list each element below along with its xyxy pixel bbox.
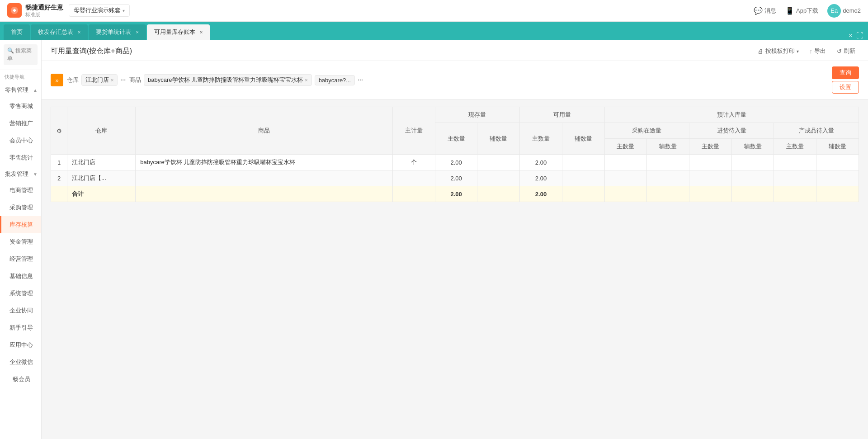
total-label: 合计 bbox=[67, 186, 136, 202]
row-available-aux-qty bbox=[562, 155, 604, 170]
export-label: 导出 bbox=[814, 47, 826, 55]
total-goods-aux bbox=[731, 186, 774, 202]
sidebar-enterprise-label: 企业协同 bbox=[9, 307, 33, 315]
tab-close-available-stock[interactable]: × bbox=[200, 29, 203, 35]
export-button[interactable]: ↑ 导出 bbox=[806, 45, 830, 57]
row-main-unit bbox=[393, 170, 435, 186]
sidebar-item-purchase-mgmt[interactable]: 采购管理 bbox=[0, 199, 41, 216]
total-product-empty bbox=[136, 186, 393, 202]
sidebar-item-retail-mgmt[interactable]: 零售管理 ▲ bbox=[0, 82, 41, 98]
warehouse-more-icon[interactable]: ··· bbox=[120, 76, 126, 84]
print-by-template-button[interactable]: 🖨 按模板打印 ▾ bbox=[754, 45, 802, 57]
user-profile[interactable]: Ea demo2 bbox=[827, 4, 861, 18]
top-bar-right: 💬 消息 📱 App下载 Ea demo2 bbox=[754, 4, 861, 18]
sidebar-item-retail-mgmt-label: 零售管理 bbox=[5, 86, 28, 94]
sidebar-item-basic-info[interactable]: 基础信息 bbox=[0, 268, 41, 285]
quick-nav-label: 快捷导航 bbox=[0, 70, 41, 82]
tab-available-stock[interactable]: 可用量库存账本 × bbox=[147, 24, 210, 40]
sidebar-item-wholesale-mgmt[interactable]: 批发管理 ▼ bbox=[0, 166, 41, 182]
chevron-up-icon: ▲ bbox=[33, 88, 38, 93]
refresh-label: 刷新 bbox=[844, 47, 855, 55]
row-available-main-qty: 2.00 bbox=[520, 155, 562, 170]
col-available-aux-qty: 辅数量 bbox=[562, 123, 604, 155]
sidebar-item-vip-member[interactable]: 畅会员 bbox=[0, 371, 41, 388]
product-filter-tag1[interactable]: babycare学饮杯 儿童防摔防撞吸管杯重力球吸嘴杯宝宝水杯 × bbox=[144, 74, 312, 86]
product-tag1-value: babycare学饮杯 儿童防摔防撞吸管杯重力球吸嘴杯宝宝水杯 bbox=[148, 76, 303, 84]
sidebar-purchase-mgmt-label: 采购管理 bbox=[9, 203, 33, 212]
sidebar-item-sys-mgmt[interactable]: 系统管理 bbox=[0, 285, 41, 302]
sidebar-item-new-guide[interactable]: 新手引导 bbox=[0, 319, 41, 336]
product-tag1-remove-icon[interactable]: × bbox=[305, 77, 307, 83]
message-button[interactable]: 💬 消息 bbox=[754, 6, 776, 15]
col-settings-header[interactable]: ⚙ bbox=[51, 107, 67, 155]
page-header: 可用量查询(按仓库+商品) 🖨 按模板打印 ▾ ↑ 导出 ↺ 刷新 bbox=[42, 40, 868, 61]
tab-order-stats[interactable]: 要货单统计表 × bbox=[89, 24, 146, 40]
tab-close-order-stats[interactable]: × bbox=[136, 29, 138, 35]
total-finished-main bbox=[774, 186, 816, 202]
query-buttons: 查询 设置 bbox=[832, 66, 859, 94]
industry-name: 母婴行业演示账套 bbox=[74, 6, 121, 14]
row-warehouse: 江北门店 bbox=[67, 155, 136, 170]
row-goods-main bbox=[689, 170, 732, 186]
total-current-aux-qty bbox=[477, 186, 520, 202]
warehouse-tag-value: 江北门店 bbox=[85, 76, 109, 84]
sidebar-retail-mall-label: 零售商城 bbox=[9, 102, 33, 110]
refresh-button[interactable]: ↺ 刷新 bbox=[833, 45, 859, 57]
col-purchase-aux-qty: 辅数量 bbox=[647, 139, 689, 155]
sidebar-item-finance[interactable]: 资金管理 bbox=[0, 233, 41, 250]
top-bar-left: 畅捷通好生意 标准版 母婴行业演示账套 ▾ bbox=[7, 3, 130, 18]
col-goods-aux-qty: 辅数量 bbox=[731, 139, 774, 155]
top-bar: 畅捷通好生意 标准版 母婴行业演示账套 ▾ 💬 消息 📱 App下载 Ea de… bbox=[0, 0, 868, 22]
app-download-button[interactable]: 📱 App下载 bbox=[785, 6, 818, 15]
industry-selector[interactable]: 母婴行业演示账套 ▾ bbox=[69, 4, 130, 17]
col-expected-in-header: 预计入库量 bbox=[604, 107, 859, 123]
sidebar-item-member-center[interactable]: 会员中心 bbox=[0, 132, 41, 149]
tab-home[interactable]: 首页 bbox=[4, 24, 30, 40]
search-menu-button[interactable]: 🔍 搜索菜单 bbox=[4, 44, 38, 65]
col-purchase-in-transit-header: 采购在途量 bbox=[604, 123, 689, 139]
logo-icon bbox=[7, 3, 22, 18]
row-main-unit: 个 bbox=[393, 155, 435, 170]
sidebar-item-ops-mgmt[interactable]: 经营管理 bbox=[0, 250, 41, 268]
product-more-icon[interactable]: ··· bbox=[358, 76, 363, 84]
row-available-aux-qty bbox=[562, 170, 604, 186]
sidebar-item-ecommerce[interactable]: 电商管理 bbox=[0, 182, 41, 199]
total-goods-main bbox=[689, 186, 732, 202]
row-current-main-qty: 2.00 bbox=[435, 155, 477, 170]
row-current-aux-qty bbox=[477, 170, 520, 186]
filter-expand-button[interactable]: » bbox=[51, 74, 63, 86]
row-finished-main bbox=[774, 170, 816, 186]
col-goods-arrival-header: 进货待入量 bbox=[689, 123, 774, 139]
col-product-header: 商品 bbox=[136, 107, 393, 155]
settings-button[interactable]: 设置 bbox=[832, 81, 859, 94]
close-all-tabs-button[interactable]: × bbox=[849, 32, 853, 40]
sidebar-member-center-label: 会员中心 bbox=[9, 137, 33, 145]
avatar-text: Ea bbox=[830, 7, 838, 14]
tab-close-receipt-summary[interactable]: × bbox=[78, 29, 80, 35]
warehouse-tag-remove-icon[interactable]: × bbox=[111, 77, 113, 83]
total-purchase-aux bbox=[647, 186, 689, 202]
warehouse-filter-tag[interactable]: 江北门店 × bbox=[81, 74, 118, 86]
sidebar-item-retail-mall[interactable]: 零售商城 bbox=[0, 98, 41, 115]
row-finished-aux bbox=[816, 155, 859, 170]
tab-receipt-summary[interactable]: 收发存汇总表 × bbox=[31, 24, 88, 40]
sidebar-item-marketing[interactable]: 营销推广 bbox=[0, 115, 41, 132]
logo-area: 畅捷通好生意 标准版 bbox=[7, 3, 63, 18]
total-label-empty1 bbox=[51, 186, 67, 202]
query-button[interactable]: 查询 bbox=[832, 66, 859, 79]
row-product: babycare学饮杯 儿童防摔防撞吸管杯重力球吸嘴杯宝宝水杯 bbox=[136, 155, 393, 170]
avatar: Ea bbox=[827, 4, 841, 18]
sidebar-item-enterprise[interactable]: 企业协同 bbox=[0, 302, 41, 319]
page-title: 可用量查询(按仓库+商品) bbox=[51, 47, 132, 56]
total-finished-aux bbox=[816, 186, 859, 202]
sidebar-item-enterprise-wx[interactable]: 企业微信 bbox=[0, 354, 41, 371]
sidebar-item-app-center[interactable]: 应用中心 bbox=[0, 336, 41, 354]
print-icon: 🖨 bbox=[758, 48, 764, 55]
sidebar-item-inventory[interactable]: 库存核算 bbox=[0, 216, 41, 233]
product-filter-tag2[interactable]: babycare?... bbox=[315, 75, 355, 85]
col-current-main-qty: 主数量 bbox=[435, 123, 477, 155]
warehouse-filter-group: 仓库 江北门店 × ··· bbox=[67, 74, 126, 86]
fullscreen-button[interactable]: ⛶ bbox=[856, 32, 863, 40]
sidebar-item-retail-stats[interactable]: 零售统计 bbox=[0, 149, 41, 166]
message-label: 消息 bbox=[764, 7, 776, 15]
